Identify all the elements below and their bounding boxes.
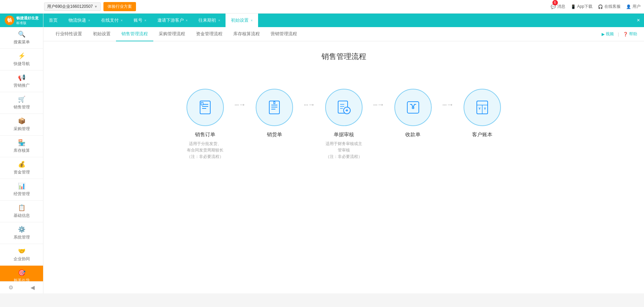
sidebar-item-quick-nav[interactable]: ⚡ 快捷导航 xyxy=(0,49,43,70)
nav-close-all-btn[interactable]: × xyxy=(633,17,644,23)
nav-tab-logistics[interactable]: 物流快递 × xyxy=(63,14,96,27)
help-label: 帮助 xyxy=(629,31,637,37)
flow-step-ledger: ¥ ¥ 客户账本 xyxy=(452,89,513,141)
app-download-label: App下载 xyxy=(577,4,592,9)
flow-circle-ledger: ¥ ¥ xyxy=(464,89,501,126)
sidebar-item-sales-mgmt[interactable]: 🛒 销售管理 xyxy=(0,92,43,114)
user-selector[interactable]: 用户690企业1660120507 ▼ xyxy=(44,2,101,11)
sidebar-menu: 🔍 搜索菜单 ⚡ 快捷导航 📢 营销推广 🛒 销售管理 📦 采购管理 🏪 xyxy=(0,27,43,281)
nav-tab-invite-label: 邀请下游客户 xyxy=(157,17,184,23)
right-panel: 首页 物流快递 × 在线支付 × 账号 × 邀请下游客户 × 往来期初 × xyxy=(43,14,644,293)
top-bar-right: 💬 6 消息 📱 App下载 🎧 在线客服 👤 用户 xyxy=(551,4,641,9)
video-link[interactable]: ▶ 视频 xyxy=(602,31,614,37)
sidebar-item-system[interactable]: ⚙️ 系统管理 xyxy=(0,222,43,244)
nav-tab-account[interactable]: 账号 × xyxy=(128,14,152,27)
help-link[interactable]: ❓ 帮助 xyxy=(623,31,637,37)
main-layout: 畅 畅捷通好生意 标准版 🔍 搜索菜单 ⚡ 快捷导航 📢 营销推广 🛒 销售管理 xyxy=(0,14,644,293)
content-tab-sales-flow[interactable]: 销售管理流程 xyxy=(116,27,153,41)
page-title: 销售管理流程 xyxy=(57,52,630,62)
app-icon: 📱 xyxy=(571,4,576,9)
megaphone-icon: 📢 xyxy=(18,74,25,81)
sidebar-label-operations: 经营管理 xyxy=(14,191,30,197)
content-tab-marketing-flow[interactable]: 营销管理流程 xyxy=(265,27,303,41)
logo-text: 畅捷通好生意 标准版 xyxy=(16,16,39,25)
nav-tab-period[interactable]: 往来期初 × xyxy=(193,14,226,27)
flow-circle-receipt: ¥ xyxy=(394,89,432,126)
sidebar-item-new-guide[interactable]: 🎯 新手引导 xyxy=(0,266,43,281)
collapse-btn[interactable]: ◀ xyxy=(31,284,35,291)
nav-tab-invite[interactable]: 邀请下游客户 × xyxy=(152,14,193,27)
nav-tab-initial-label: 初始设置 xyxy=(231,17,249,23)
service-item[interactable]: 🎧 在线客服 xyxy=(598,4,621,9)
sidebar-label-marketing: 营销推广 xyxy=(14,83,30,88)
invoice-icon xyxy=(266,99,283,116)
settings-bottom-btn[interactable]: ⚙ xyxy=(8,284,13,291)
content-header: 行业特性设置 初始设置 销售管理流程 采购管理流程 资金管理流程 库存核算流程 xyxy=(43,27,644,41)
nav-tab-home[interactable]: 首页 xyxy=(43,14,63,27)
flow-circle-audit xyxy=(325,89,363,126)
content-tab-industry[interactable]: 行业特性设置 xyxy=(50,27,87,41)
content-tab-inventory-label: 库存核算流程 xyxy=(233,31,260,37)
headset-icon: 🎧 xyxy=(598,4,603,9)
sidebar-item-inventory[interactable]: 🏪 库存核算 xyxy=(0,136,43,157)
nav-bar: 首页 物流快递 × 在线支付 × 账号 × 邀请下游客户 × 往来期初 × xyxy=(43,14,644,27)
order-icon xyxy=(197,99,214,116)
content-header-actions: ▶ 视频 | ❓ 帮助 xyxy=(602,31,637,37)
sidebar-label-finance: 资金管理 xyxy=(14,169,30,175)
app-download-item[interactable]: 📱 App下载 xyxy=(571,4,592,9)
step-name-invoice: 销货单 xyxy=(267,131,282,138)
step-desc-sales-order: 适用于分批发货、 有合同发货周期较长 （注：非必要流程） xyxy=(187,141,223,160)
chart-icon: 📊 xyxy=(18,182,25,190)
sidebar-label-guide: 新手引导 xyxy=(14,278,30,281)
message-label: 消息 xyxy=(557,4,565,9)
sidebar-label-purchase: 采购管理 xyxy=(14,126,30,132)
close-icon[interactable]: × xyxy=(251,19,253,22)
question-icon: ❓ xyxy=(623,32,628,37)
sidebar-label-collab: 企业协同 xyxy=(14,256,30,262)
svg-text:¥: ¥ xyxy=(478,107,481,110)
nav-tab-initial-setup[interactable]: 初始设置 × xyxy=(226,14,258,27)
logo-icon: 畅 xyxy=(5,16,14,25)
flow-step-receipt: ¥ 收款单 xyxy=(383,89,444,141)
flow-step-invoice: 销货单 xyxy=(244,89,305,141)
sidebar-item-operations[interactable]: 📊 经营管理 xyxy=(0,179,43,201)
video-label: 视频 xyxy=(606,31,614,37)
close-icon[interactable]: × xyxy=(88,19,90,22)
sidebar-label-inventory: 库存核算 xyxy=(14,148,30,154)
message-item[interactable]: 💬 6 消息 xyxy=(551,4,565,9)
content-tab-init-label: 初始设置 xyxy=(93,31,111,37)
sidebar-item-finance[interactable]: 💰 资金管理 xyxy=(0,157,43,179)
message-badge-wrapper: 💬 6 xyxy=(551,4,556,9)
money-icon: 💰 xyxy=(18,161,25,168)
box-icon: 📦 xyxy=(18,117,25,125)
close-icon[interactable]: × xyxy=(121,19,123,22)
content-tab-init[interactable]: 初始设置 xyxy=(87,27,116,41)
handshake-icon: 🤝 xyxy=(18,247,25,255)
nav-tab-home-label: 首页 xyxy=(49,17,58,23)
sidebar-bottom: ⚙ ◀ xyxy=(0,281,43,293)
content-tab-purchase-flow[interactable]: 采购管理流程 xyxy=(153,27,191,41)
step-name-audit: 单据审核 xyxy=(334,131,354,138)
sidebar-item-basic-info[interactable]: 📋 基础信息 xyxy=(0,201,43,222)
sidebar-item-purchase-mgmt[interactable]: 📦 采购管理 xyxy=(0,114,43,136)
top-bar-left: 用户690企业1660120507 ▼ 体验行业方案 xyxy=(0,2,136,11)
step-name-receipt: 收款单 xyxy=(405,131,421,138)
ledger-icon: ¥ ¥ xyxy=(474,99,491,116)
nav-tab-payment[interactable]: 在线支付 × xyxy=(96,14,128,27)
sidebar-label-search: 搜索菜单 xyxy=(14,39,30,45)
close-icon[interactable]: × xyxy=(186,19,188,22)
content-tab-finance-flow[interactable]: 资金管理流程 xyxy=(191,27,228,41)
close-icon[interactable]: × xyxy=(144,19,147,22)
user-avatar-item[interactable]: 👤 用户 xyxy=(626,4,641,9)
sidebar-label-system: 系统管理 xyxy=(14,234,30,240)
sidebar-item-marketing-promo[interactable]: 📢 营销推广 xyxy=(0,70,43,92)
sidebar-item-enterprise-collab[interactable]: 🤝 企业协同 xyxy=(0,244,43,266)
sidebar-item-search[interactable]: 🔍 搜索菜单 xyxy=(0,27,43,49)
content-tab-inventory-flow[interactable]: 库存核算流程 xyxy=(228,27,265,41)
close-icon[interactable]: × xyxy=(218,19,220,22)
flow-step-sales-order: 销售订单 适用于分批发货、 有合同发货周期较长 （注：非必要流程） xyxy=(175,89,236,160)
content-tab-sales-label: 销售管理流程 xyxy=(121,31,148,37)
flow-circle-sales-order xyxy=(187,89,224,126)
nav-tab-account-label: 账号 xyxy=(134,17,142,23)
experience-button[interactable]: 体验行业方案 xyxy=(103,2,136,11)
